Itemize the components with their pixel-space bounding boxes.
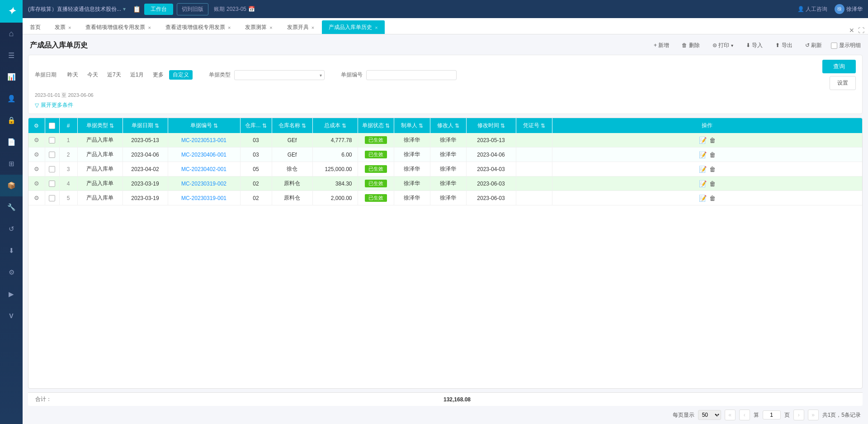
th-doc-date[interactable]: 单据日期 ⇅ [123,118,168,133]
sidebar-item-home[interactable]: ⌂ [0,23,23,44]
tab-check-purchase[interactable]: 查看进项增值税专用发票 × [159,20,237,34]
th-warehouse-no[interactable]: 仓库... ⇅ [240,118,272,133]
cell-settings-4[interactable]: ⚙ [28,191,45,205]
cell-doc-no-3[interactable]: MC-20230319-002 [168,176,240,191]
edit-icon-4[interactable]: 📝 [699,195,707,202]
tab-close-check-sales[interactable]: × [148,25,151,30]
cell-checkbox-1[interactable] [45,148,59,162]
delete-icon-3[interactable]: 🗑 [709,180,716,187]
quick-btn-yesterday[interactable]: 昨天 [64,70,82,80]
sidebar-item-chart[interactable]: 📊 [0,66,23,88]
cell-doc-no-0[interactable]: MC-20230513-001 [168,133,240,148]
th-warehouse-name[interactable]: 仓库名称 ⇅ [272,118,312,133]
per-page-select[interactable]: 10 50 100 [698,410,721,420]
th-creator[interactable]: 制单人 ⇅ [394,118,430,133]
doc-icon[interactable]: 📋 [133,5,141,13]
refresh-button[interactable]: ↺ 刷新 [802,40,826,51]
next-page-btn[interactable]: › [793,410,804,420]
th-voucher-no[interactable]: 凭证号 ⇅ [516,118,552,133]
tab-invoice-calc[interactable]: 发票测算 × [238,20,279,34]
print-dropdown-icon[interactable]: ▾ [731,43,733,48]
page-number-input[interactable] [763,410,781,419]
delete-icon-0[interactable]: 🗑 [709,137,716,144]
cell-checkbox-4[interactable] [45,191,59,205]
tab-close-check-purchase[interactable]: × [228,25,231,30]
tab-invoice-open[interactable]: 发票开具 × [280,20,321,34]
export-button[interactable]: ⬆ 导出 [772,40,796,51]
cell-settings-3[interactable]: ⚙ [28,176,45,191]
new-button[interactable]: + 新增 [650,40,673,51]
row-checkbox-3[interactable] [49,181,55,187]
cell-doc-no-2[interactable]: MC-20230402-001 [168,162,240,176]
cell-doc-no-1[interactable]: MC-20230406-001 [168,148,240,162]
delete-icon-1[interactable]: 🗑 [709,151,716,158]
doc-no-link-1[interactable]: MC-20230406-001 [181,152,226,158]
prev-page-btn[interactable]: ‹ [739,410,750,420]
delete-icon-4[interactable]: 🗑 [709,195,716,202]
th-modifier[interactable]: 修改人 ⇅ [430,118,466,133]
sidebar-item-play[interactable]: ▶ [0,283,23,305]
tab-invoice[interactable]: 发票 × [48,20,78,34]
doc-no-input[interactable] [366,70,457,80]
query-button[interactable]: 查询 [822,60,856,73]
show-detail-checkbox[interactable]: 显示明细 [831,42,861,49]
th-total-cost[interactable]: 总成本 ⇅ [312,118,358,133]
edit-icon-0[interactable]: 📝 [699,137,707,144]
sidebar-item-box[interactable]: 📦 [0,175,23,196]
cell-checkbox-2[interactable] [45,162,59,176]
workbench-button[interactable]: 工作台 [144,4,173,15]
tab-close-invoice-open[interactable]: × [311,25,314,30]
sidebar-item-doc[interactable]: 📄 [0,131,23,153]
doc-no-link-0[interactable]: MC-20230513-001 [181,137,226,143]
cell-checkbox-3[interactable] [45,176,59,191]
row-checkbox-4[interactable] [49,195,55,201]
th-settings[interactable]: ⚙ [28,118,45,133]
row-checkbox-2[interactable] [49,166,55,172]
cell-settings-1[interactable]: ⚙ [28,148,45,162]
close-all-tabs-icon[interactable]: ✕ [849,27,854,34]
cell-settings-2[interactable]: ⚙ [28,162,45,176]
doc-type-select[interactable] [234,70,325,80]
doc-no-link-3[interactable]: MC-20230319-002 [181,181,226,187]
sidebar-item-lock[interactable]: 🔒 [0,110,23,131]
delete-icon-2[interactable]: 🗑 [709,166,716,173]
th-doc-no[interactable]: 单据编号 ⇅ [168,118,240,133]
cell-settings-0[interactable]: ⚙ [28,133,45,148]
cell-checkbox-0[interactable] [45,133,59,148]
quick-btn-7days[interactable]: 近7天 [104,70,125,80]
tab-close-product-history[interactable]: × [375,25,377,30]
edit-icon-1[interactable]: 📝 [699,151,707,158]
tab-close-invoice[interactable]: × [68,25,71,30]
switch-old-button[interactable]: 切到旧版 [177,3,208,15]
sidebar-item-v[interactable]: V [0,305,23,327]
row-checkbox-1[interactable] [49,152,55,158]
sidebar-item-list[interactable]: ☰ [0,44,23,66]
tab-product-history[interactable]: 产成品入库单历史 × [322,20,384,34]
set-button[interactable]: 设置 [830,76,856,90]
sidebar-item-download[interactable]: ⬇ [0,240,23,262]
import-button[interactable]: ⬇ 导入 [742,40,766,51]
sidebar-item-person[interactable]: 👤 [0,88,23,110]
user-service[interactable]: 👤 人工咨询 [797,5,827,13]
first-page-btn[interactable]: « [725,410,736,420]
show-detail-check[interactable] [831,43,837,49]
select-all-checkbox[interactable] [49,123,55,129]
th-modify-time[interactable]: 修改时间 ⇅ [466,118,516,133]
print-button[interactable]: ⊜ 打印 ▾ [709,40,737,51]
sidebar-item-table[interactable]: ⊞ [0,153,23,175]
expand-btn[interactable]: ▽ 展开更多条件 [35,101,856,109]
quick-btn-today[interactable]: 今天 [84,70,102,80]
sidebar-item-tool[interactable]: 🔧 [0,196,23,218]
username-display[interactable]: 徐 徐泽华 [835,4,863,14]
quick-btn-1month[interactable]: 近1月 [127,70,148,80]
last-page-btn[interactable]: » [808,410,819,420]
cell-doc-no-4[interactable]: MC-20230319-001 [168,191,240,205]
edit-icon-2[interactable]: 📝 [699,166,707,173]
doc-no-link-4[interactable]: MC-20230319-001 [181,195,226,201]
row-checkbox-0[interactable] [49,137,55,143]
tab-close-invoice-calc[interactable]: × [269,25,272,30]
th-doc-status[interactable]: 单据状态 ⇅ [358,118,394,133]
sidebar-item-settings[interactable]: ⚙ [0,262,23,283]
th-doc-type[interactable]: 单据类型 ⇅ [77,118,123,133]
delete-button[interactable]: 🗑 删除 [678,40,703,51]
